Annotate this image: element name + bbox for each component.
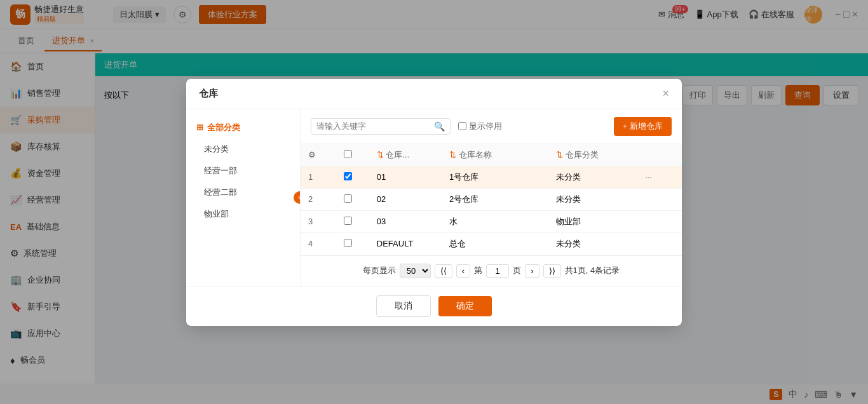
show-disabled-checkbox[interactable] (458, 122, 466, 130)
th-checkbox (336, 144, 369, 166)
warehouse-table: ⚙ ⇅ 仓库... ⇅ (301, 144, 682, 255)
search-input[interactable] (316, 121, 434, 131)
table-panel: 🔍 显示停用 + 新增仓库 ⚙ (301, 109, 682, 286)
settings-col-icon: ⚙ (308, 150, 316, 159)
search-icon[interactable]: 🔍 (434, 121, 445, 131)
row-code: 02 (369, 188, 442, 210)
row-checkbox[interactable] (344, 172, 352, 180)
prev-page-button[interactable]: ‹ (456, 264, 470, 278)
row-num: 1 (301, 166, 336, 188)
row-checkbox-cell (336, 166, 369, 188)
th-category: ⇅ 仓库分类 (548, 144, 637, 166)
per-page-select[interactable]: 50 (400, 264, 431, 278)
row-code: 01 (369, 166, 442, 188)
row-code: 03 (369, 210, 442, 232)
page-input[interactable] (486, 264, 509, 278)
next-page-button[interactable]: › (525, 264, 539, 278)
row-category: 未分类 (548, 188, 637, 210)
th-settings: ⚙ (301, 144, 336, 166)
search-wrap: 🔍 (311, 118, 451, 135)
row-name: 总仓 (442, 232, 548, 255)
total-info: 共1页, 4条记录 (565, 265, 620, 276)
category-item-ops1[interactable]: 经营一部 (186, 160, 300, 182)
row-category: 物业部 (548, 210, 637, 232)
chevron-left-icon: « (298, 194, 301, 201)
row-num: 4 (301, 232, 336, 255)
show-disabled-label[interactable]: 显示停用 (458, 121, 502, 132)
row-checkbox-cell (336, 188, 369, 210)
row-num: 2 (301, 188, 336, 210)
table-row[interactable]: 4 DEFAULT 总仓 未分类 (301, 232, 682, 255)
warehouse-dialog: 仓库 × ⊞ 全部分类 未分类 经营一部 经营二部 (186, 79, 682, 326)
page-label: 第 (474, 265, 482, 276)
th-name: ⇅ 仓库名称 (442, 144, 548, 166)
th-code: ⇅ 仓库... (369, 144, 442, 166)
row-num: 3 (301, 210, 336, 232)
row-more-icon[interactable]: ··· (645, 172, 652, 182)
dialog-header: 仓库 × (186, 79, 682, 109)
modal-overlay: 仓库 × ⊞ 全部分类 未分类 经营一部 经营二部 (0, 0, 868, 404)
dialog-close-button[interactable]: × (662, 88, 669, 99)
grid-icon: ⊞ (196, 123, 203, 132)
row-checkbox-cell (336, 232, 369, 255)
table-toolbar: 🔍 显示停用 + 新增仓库 (301, 109, 682, 144)
table-scroll: ⚙ ⇅ 仓库... ⇅ (301, 144, 682, 255)
row-checkbox[interactable] (344, 217, 352, 225)
category-all[interactable]: ⊞ 全部分类 (186, 117, 300, 138)
sort-cat-icon[interactable]: ⇅ (556, 150, 563, 159)
row-code: DEFAULT (369, 232, 442, 255)
row-ops (637, 188, 682, 210)
table-row[interactable]: 3 03 水 物业部 (301, 210, 682, 232)
table-row[interactable]: 2 02 2号仓库 未分类 (301, 188, 682, 210)
dialog-title: 仓库 (199, 88, 218, 100)
row-name: 2号仓库 (442, 188, 548, 210)
table-row[interactable]: 1 01 1号仓库 未分类 ··· (301, 166, 682, 188)
row-ops (637, 210, 682, 232)
row-name: 水 (442, 210, 548, 232)
confirm-button[interactable]: 确定 (438, 296, 492, 316)
new-warehouse-button[interactable]: + 新增仓库 (614, 117, 672, 136)
category-item-ops2[interactable]: 经营二部 (186, 182, 300, 203)
cancel-button[interactable]: 取消 (376, 295, 431, 317)
category-item-property[interactable]: 物业部 (186, 203, 300, 225)
category-panel: ⊞ 全部分类 未分类 经营一部 经营二部 物业部 « (186, 109, 301, 286)
dialog-body: ⊞ 全部分类 未分类 经营一部 经营二部 物业部 « (186, 109, 682, 286)
row-name: 1号仓库 (442, 166, 548, 188)
row-checkbox-cell (336, 210, 369, 232)
dialog-footer: 取消 确定 (186, 286, 682, 326)
row-ops: ··· (637, 166, 682, 188)
category-all-label: 全部分类 (207, 122, 240, 133)
row-checkbox[interactable] (344, 194, 352, 203)
table-header-row: ⚙ ⇅ 仓库... ⇅ (301, 144, 682, 166)
select-all-checkbox[interactable] (344, 150, 352, 158)
sort-code-icon[interactable]: ⇅ (377, 150, 384, 159)
th-ops (637, 144, 682, 166)
row-category: 未分类 (548, 232, 637, 255)
category-item-unclassified[interactable]: 未分类 (186, 138, 300, 160)
per-page-label: 每页显示 (363, 265, 396, 276)
first-page-button[interactable]: ⟨⟨ (435, 264, 452, 278)
row-checkbox[interactable] (344, 239, 352, 247)
last-page-button[interactable]: ⟩⟩ (543, 264, 561, 278)
row-category: 未分类 (548, 166, 637, 188)
page-unit: 页 (513, 265, 521, 276)
row-ops (637, 232, 682, 255)
sort-name-icon[interactable]: ⇅ (449, 150, 456, 159)
pagination: 每页显示 50 ⟨⟨ ‹ 第 页 › ⟩⟩ 共1页, 4条记录 (301, 255, 682, 286)
